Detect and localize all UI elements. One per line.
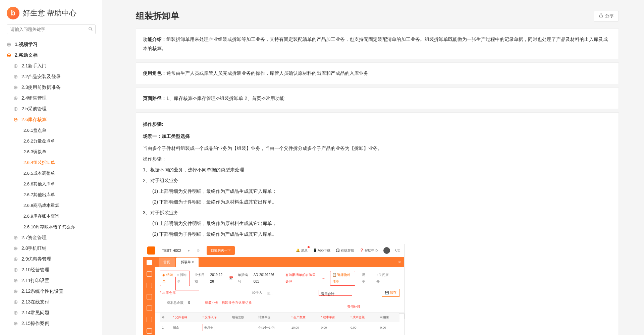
ss-home-icon bbox=[147, 260, 152, 265]
nav-2-5[interactable]: ⊕2.5采购管理 bbox=[7, 104, 102, 114]
nav-label: 2.12系统个性化设置 bbox=[21, 288, 63, 294]
nav-2-4[interactable]: ⊕2.4销售管理 bbox=[7, 93, 102, 104]
nav-2-6-8[interactable]: 2.6.8商品成本重算 bbox=[7, 200, 102, 211]
nav-2-9[interactable]: ⊕2.9优惠券管理 bbox=[7, 254, 102, 265]
nav-2-14[interactable]: ⊕2.14常见问题 bbox=[7, 308, 102, 318]
role-label: 使用角色： bbox=[143, 70, 166, 76]
scene-desc: 当由多个子件材料组装成一个成品的业务为【组装】业务，当由一个父件拆分成多个子产品… bbox=[143, 144, 612, 153]
ss-input bbox=[180, 290, 221, 295]
ss-expand-btn: ↕ 关闭展开 bbox=[374, 271, 391, 285]
nav-2-12[interactable]: ⊕2.12系统个性化设置 bbox=[7, 286, 102, 297]
ss-handler-input: 选... bbox=[267, 290, 294, 295]
plus-icon: ⊕ bbox=[13, 106, 19, 112]
ss-btn-label: 选择物料清单 bbox=[332, 273, 351, 283]
ss-parent-table-wrap: ⊕ * 父件名称 * 父件入库 组装套数 计量单位 * 生产数量 * 成本单价 … bbox=[155, 313, 404, 333]
ss-annotation-1: 有装配清单的在这里处理 bbox=[285, 272, 316, 285]
nav-2-2[interactable]: ⊕2.2产品安装及登录 bbox=[7, 71, 102, 82]
nav-label: 2.6库存核算 bbox=[21, 117, 47, 123]
ss-close-icon: ✕ bbox=[398, 259, 401, 266]
ss-date-label: 业务日期 bbox=[195, 272, 206, 285]
ss-order-value: AD-20191226-001 bbox=[254, 272, 276, 285]
plus-icon: ⊕ bbox=[13, 96, 19, 101]
plus-icon: ⊕ bbox=[13, 257, 19, 262]
role-text: 通常由生产人员或库管人员完成拆装业务的操作，库管人员确认原材料的出库和产成品的入… bbox=[166, 70, 368, 76]
nav-2-1[interactable]: ⊕2.1新手入门 bbox=[7, 61, 102, 71]
ss-handler-label: 经手人 bbox=[252, 289, 262, 296]
search-icon[interactable] bbox=[88, 26, 93, 32]
cell-set bbox=[230, 322, 256, 333]
nav-2-6[interactable]: ⊖2.6库存核算 bbox=[7, 114, 102, 125]
plus-icon: ⊕ bbox=[13, 74, 19, 79]
th-idx: ⊕ bbox=[160, 313, 171, 322]
search-box bbox=[7, 24, 96, 34]
search-input[interactable] bbox=[7, 24, 96, 34]
path-box: 页面路径：1、库存核算->库存管理->组装拆卸单 2、首页->常用功能 bbox=[136, 88, 619, 109]
ss-app-label: App下载 bbox=[318, 248, 330, 252]
step-2-2: (2) 下部明细为子件明细，最终作为原材料生成其它出库单。 bbox=[143, 197, 612, 207]
plus-icon: ⊕ bbox=[13, 63, 19, 69]
share-button[interactable]: 分享 bbox=[594, 11, 619, 21]
ss-radio-label: 拆卸单 bbox=[177, 273, 187, 283]
ss-radio-label: 组装单 bbox=[162, 273, 173, 283]
nav-help-docs[interactable]: ⊖2.帮助文档 bbox=[7, 50, 102, 61]
page-title: 组装拆卸单 bbox=[136, 10, 179, 22]
nav-label: 2.6.9库存账本查询 bbox=[23, 213, 59, 219]
cell-amount: 0.00 bbox=[348, 322, 378, 333]
steps-label: 操作步骤： bbox=[143, 154, 612, 164]
nav-label: 2.2产品安装及登录 bbox=[21, 74, 61, 80]
ss-service-label: 在线客服 bbox=[341, 248, 354, 252]
ss-history-btn: 历史 bbox=[360, 271, 369, 285]
nav-2-3[interactable]: ⊕2.3使用前数据准备 bbox=[7, 82, 102, 93]
nav-2-15[interactable]: ⊕2.15操作案例 bbox=[7, 318, 102, 329]
nav-2-6-2[interactable]: 2.6.2分量盘点单 bbox=[7, 136, 102, 147]
nav-2-10[interactable]: ⊕2.10经营管理 bbox=[7, 265, 102, 275]
nav-2-6-9[interactable]: 2.6.9库存账本查询 bbox=[7, 211, 102, 222]
nav-2-6-7[interactable]: 2.6.7其他出库单 bbox=[7, 189, 102, 200]
th-assemble-set: 组装套数 bbox=[230, 313, 256, 322]
ss-nav-icon bbox=[147, 328, 152, 334]
nav-label: 2.5采购管理 bbox=[21, 106, 47, 112]
th-parent-warehouse: * 父件入库 bbox=[201, 313, 230, 322]
th-count-unit: 计量单位 bbox=[256, 313, 289, 322]
nav-2-8[interactable]: ⊕2.8手机旺铺 bbox=[7, 243, 102, 254]
ss-parent-table: ⊕ * 父件名称 * 父件入库 组装套数 计量单位 * 生产数量 * 成本单价 … bbox=[160, 313, 399, 333]
ss-topbar: TEST-H002 ▾ ⚙ 我要购买一下 🔔 消息 📱 App下载 🎧 在线客服… bbox=[143, 244, 404, 257]
intro-label: 功能介绍： bbox=[143, 37, 166, 42]
nav-label: 2.6.6其他入库单 bbox=[23, 181, 55, 187]
nav-label: 2.6.1盘点单 bbox=[23, 127, 46, 133]
embedded-screenshot: TEST-H002 ▾ ⚙ 我要购买一下 🔔 消息 📱 App下载 🎧 在线客服… bbox=[143, 244, 405, 335]
nav-2-7[interactable]: ⊕2.7资金管理 bbox=[7, 232, 102, 243]
ss-radio-disassemble: ○ 拆卸单 bbox=[177, 272, 187, 285]
nav-video-learning[interactable]: ⊕1.视频学习 bbox=[7, 39, 102, 50]
nav-2-11[interactable]: ⊕2.11打印设置 bbox=[7, 275, 102, 286]
nav-2-6-3[interactable]: 2.6.3调拨单 bbox=[7, 147, 102, 157]
share-icon bbox=[599, 13, 603, 19]
nav-2-6-1[interactable]: 2.6.1盘点单 bbox=[7, 125, 102, 136]
nav-label: 2.6.3调拨单 bbox=[23, 149, 46, 155]
ss-leftbar bbox=[143, 257, 155, 335]
nav-2-13[interactable]: ⊕2.13在线支付 bbox=[7, 297, 102, 308]
tool-icon bbox=[399, 313, 405, 319]
cell-price: 0.00 bbox=[319, 322, 348, 333]
ss-right-icons bbox=[399, 313, 405, 319]
th-produce-qty: * 生产数量 bbox=[289, 313, 319, 322]
minus-icon: ⊖ bbox=[13, 117, 19, 122]
more-icon: ⋯ bbox=[396, 275, 399, 282]
th-cost-amount: * 成本金额 bbox=[348, 313, 378, 322]
ss-msg-label: 消息 bbox=[301, 248, 308, 252]
plus-icon: ⊕ bbox=[13, 278, 19, 283]
th-parent-name: * 父件名称 bbox=[171, 313, 201, 322]
nav-label: 2.7资金管理 bbox=[21, 235, 47, 241]
nav-label: 2.14常见问题 bbox=[21, 310, 49, 316]
nav-2-6-4[interactable]: 2.6.4组装拆卸单 bbox=[7, 157, 102, 168]
ss-annotation-2: 组装业务、拆卸业务在这里切换 bbox=[205, 299, 252, 306]
ss-help-link: ❓ 帮助中心 bbox=[360, 247, 378, 254]
ss-label-text: 出库仓库 bbox=[162, 291, 176, 294]
nav-2-6-10[interactable]: 2.6.10库存账本错了怎么办 bbox=[7, 222, 102, 232]
ss-form-row-1: ◉ 组装单 ○ 拆卸单 业务日期 2019-12-26 📅 单据编号 AD-20… bbox=[160, 271, 399, 286]
nav-2-6-6[interactable]: 2.6.6其他入库单 bbox=[7, 179, 102, 189]
nav-2-6-5[interactable]: 2.6.5成本调整单 bbox=[7, 168, 102, 179]
ss-nav-icon bbox=[147, 305, 152, 311]
nav-label: 2.6.7其他出库单 bbox=[23, 192, 55, 198]
intro-box: 功能介绍：组装拆卸单用来处理企业组装或拆卸等加工业务，支持有固定装配清单的产品加… bbox=[136, 29, 619, 59]
